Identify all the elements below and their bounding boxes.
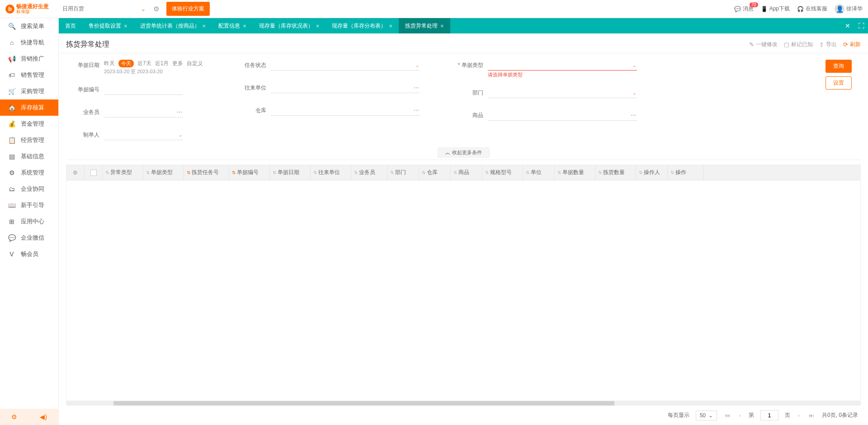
bill-type-select[interactable]	[488, 60, 637, 71]
try-solution-button[interactable]: 体验行业方案	[166, 2, 210, 16]
tab-现存量（库存状况表）[interactable]: 现存量（库存状况表）×	[253, 18, 326, 33]
page-number-input[interactable]	[760, 410, 778, 420]
column-单位[interactable]: ⇅单位	[523, 165, 555, 180]
column-异常类型[interactable]: ⇅异常类型	[103, 165, 143, 180]
messages-button[interactable]: 💬 消息 70	[734, 5, 754, 13]
sidebar-item-营销推广[interactable]: 📢营销推广	[0, 51, 58, 67]
sidebar-item-企业协同[interactable]: 🗂企业协同	[0, 181, 58, 197]
horizontal-scrollbar[interactable]	[66, 401, 861, 406]
collapse-filters-button[interactable]: ︽ 收起更多条件	[438, 147, 490, 158]
more-icon[interactable]: ⋯	[177, 109, 182, 115]
partner-input[interactable]	[271, 82, 420, 93]
date-option-近1月[interactable]: 近1月	[155, 60, 169, 67]
column-仓库[interactable]: ⇅仓库	[419, 165, 451, 180]
chevron-down-icon[interactable]: ⌄	[415, 63, 419, 68]
category-select[interactable]: 日用百货 ⌄	[59, 2, 149, 16]
column-单据日期[interactable]: ⇅单据日期	[270, 165, 311, 180]
chevron-down-icon[interactable]: ⌄	[632, 63, 636, 68]
tab-售价提取设置[interactable]: 售价提取设置×	[82, 18, 134, 33]
column-单据编号[interactable]: ⇅单据编号	[229, 165, 270, 180]
more-icon[interactable]: ⋯	[631, 112, 636, 118]
more-icon[interactable]: ⋯	[414, 107, 419, 113]
sidebar-item-系统管理[interactable]: ⚙系统管理	[0, 165, 58, 181]
sidebar-item-采购管理[interactable]: 🛒采购管理	[0, 83, 58, 99]
tab-进货单统计表（按商品）[interactable]: 进货单统计表（按商品）×	[134, 18, 212, 33]
close-icon[interactable]: ×	[316, 23, 320, 29]
prev-page-button[interactable]: ‹	[738, 412, 742, 419]
column-规格型号[interactable]: ⇅规格型号	[482, 165, 523, 180]
column-拣货数量[interactable]: ⇅拣货数量	[595, 165, 636, 180]
chevron-down-icon[interactable]: ⌄	[179, 132, 182, 137]
column-业务员[interactable]: ⇅业务员	[351, 165, 387, 180]
sort-icon[interactable]: ⇅	[453, 170, 457, 175]
column-商品[interactable]: ⇅商品	[451, 165, 482, 180]
sidebar-item-经营管理[interactable]: 📋经营管理	[0, 132, 58, 148]
sort-icon[interactable]: ⇅	[232, 170, 236, 175]
last-page-button[interactable]: ⏭	[807, 412, 816, 419]
sort-icon[interactable]: ⇅	[557, 170, 561, 175]
date-option-自定义[interactable]: 自定义	[187, 60, 203, 67]
sidebar-item-资金管理[interactable]: 💰资金管理	[0, 116, 58, 132]
query-button[interactable]: 查询	[826, 60, 852, 73]
sidebar-item-应用中心[interactable]: ⊞应用中心	[0, 213, 58, 230]
next-page-button[interactable]: ›	[797, 412, 801, 419]
sidebar-item-畅会员[interactable]: V畅会员	[0, 246, 58, 262]
date-option-今天[interactable]: 今天	[118, 60, 134, 67]
tab-首页[interactable]: 首页	[59, 18, 82, 33]
column-操作人[interactable]: ⇅操作人	[636, 165, 668, 180]
mark-read-button[interactable]: ▢标记已知	[784, 41, 813, 48]
sort-icon[interactable]: ⇅	[422, 170, 425, 175]
sort-icon[interactable]: ⇅	[598, 170, 602, 175]
sidebar-settings-icon[interactable]: ⚙	[11, 413, 17, 420]
bill-no-input[interactable]	[104, 84, 183, 95]
sort-icon[interactable]: ⇅	[105, 170, 109, 175]
export-button[interactable]: ⇪导出	[819, 41, 837, 48]
column-操作[interactable]: ⇅操作	[668, 165, 704, 180]
sort-icon[interactable]: ⇅	[390, 170, 394, 175]
close-icon[interactable]: ×	[203, 23, 206, 29]
sidebar-item-搜索菜单[interactable]: 🔍搜索菜单	[0, 18, 58, 34]
operator-input[interactable]	[104, 107, 183, 118]
sort-icon[interactable]: ⇅	[526, 170, 529, 175]
tabs-fullscreen-icon[interactable]: ⛶	[854, 22, 868, 29]
sidebar-item-销售管理[interactable]: 🏷销售管理	[0, 67, 58, 83]
date-option-昨天[interactable]: 昨天	[104, 60, 115, 67]
refresh-button[interactable]: ⟳刷新	[843, 41, 861, 48]
date-option-近7天[interactable]: 近7天	[137, 60, 151, 67]
more-icon[interactable]: ⋯	[414, 85, 419, 91]
app-download-button[interactable]: 📱 App下载	[761, 5, 790, 13]
dept-select[interactable]	[488, 87, 637, 98]
sort-icon[interactable]: ⇅	[485, 170, 489, 175]
close-icon[interactable]: ×	[440, 23, 444, 29]
sort-icon[interactable]: ⇅	[273, 170, 276, 175]
tab-配置信息[interactable]: 配置信息×	[212, 18, 253, 33]
batch-edit-button[interactable]: ✎一键修改	[749, 41, 778, 48]
column-部门[interactable]: ⇅部门	[387, 165, 419, 180]
sidebar-item-企业微信[interactable]: 💬企业微信	[0, 230, 58, 246]
column-单据类型[interactable]: ⇅单据类型	[143, 165, 184, 180]
select-all-checkbox[interactable]	[85, 165, 103, 180]
column-往来单位[interactable]: ⇅往来单位	[311, 165, 351, 180]
settings-button[interactable]: 设置	[826, 76, 852, 90]
column-拣货任务号[interactable]: ⇅拣货任务号	[184, 165, 229, 180]
tab-拣货异常处理[interactable]: 拣货异常处理×	[399, 18, 450, 33]
sort-icon[interactable]: ⇅	[354, 170, 358, 175]
sort-icon[interactable]: ⇅	[187, 170, 190, 175]
close-icon[interactable]: ×	[124, 23, 127, 29]
column-config-button[interactable]: ⚙	[66, 165, 85, 180]
close-icon[interactable]: ×	[243, 23, 246, 29]
tabs-close-all-icon[interactable]: ✕	[841, 22, 854, 29]
creator-input[interactable]	[104, 129, 183, 140]
settings-gear-icon[interactable]: ⚙	[149, 5, 163, 13]
task-status-select[interactable]	[271, 60, 420, 71]
close-icon[interactable]: ×	[389, 23, 392, 29]
tab-现存量（库存分布表）[interactable]: 现存量（库存分布表）×	[326, 18, 399, 33]
user-menu[interactable]: 👤 徐泽华	[835, 4, 863, 14]
chevron-down-icon[interactable]: ⌄	[632, 90, 636, 95]
warehouse-input[interactable]	[271, 105, 420, 116]
sidebar-item-基础信息[interactable]: ▤基础信息	[0, 148, 58, 165]
sidebar-collapse-icon[interactable]: ◀)	[40, 413, 47, 420]
first-page-button[interactable]: ⏮	[723, 412, 731, 419]
product-input[interactable]	[488, 110, 637, 121]
sort-icon[interactable]: ⇅	[146, 170, 150, 175]
